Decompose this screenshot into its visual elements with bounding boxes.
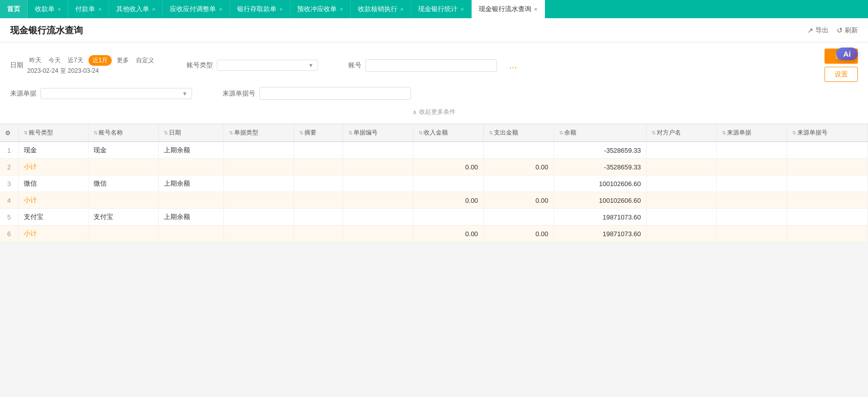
cell-income: 0.00 bbox=[413, 159, 483, 175]
cell-doc_type bbox=[223, 175, 294, 192]
cell-account_name bbox=[88, 226, 159, 242]
cell-income: 0.00 bbox=[413, 192, 483, 209]
cell-counterparty bbox=[646, 142, 716, 159]
page-title: 现金银行流水查询 bbox=[10, 24, 83, 36]
cell-account_name: 微信 bbox=[88, 175, 159, 192]
source-doc-no-label: 来源单据号 bbox=[222, 89, 255, 98]
cell-income bbox=[413, 175, 483, 192]
cell-doc_type bbox=[223, 226, 294, 242]
tab-close-icon[interactable]: × bbox=[461, 6, 464, 12]
cell-source_doc bbox=[716, 226, 787, 242]
nav-tab-其他收入单[interactable]: 其他收入单× bbox=[109, 0, 163, 18]
table-row: 6小计0.000.0019871073.60 bbox=[0, 226, 868, 242]
cell-counterparty bbox=[646, 226, 716, 242]
col-income[interactable]: ⇅收入金额 bbox=[413, 124, 483, 142]
ai-badge[interactable]: Ai bbox=[836, 48, 858, 60]
sort-icon-counterparty: ⇅ bbox=[652, 130, 656, 136]
date-shortcut-自定义[interactable]: 自定义 bbox=[134, 55, 156, 66]
cell-account_type: 现金 bbox=[18, 142, 88, 159]
cell-summary bbox=[294, 159, 343, 175]
col-source_doc_no[interactable]: ⇅来源单据号 bbox=[787, 124, 867, 142]
cell-summary bbox=[294, 226, 343, 242]
date-label: 日期 bbox=[10, 61, 23, 70]
cell-date: 上期余额 bbox=[159, 175, 223, 192]
cell-doc_no bbox=[343, 226, 413, 242]
col-summary[interactable]: ⇅摘要 bbox=[294, 124, 343, 142]
date-shortcut-近1月[interactable]: 近1月 bbox=[88, 55, 112, 66]
cell-balance: 100102606.60 bbox=[554, 175, 646, 192]
sort-icon-balance: ⇅ bbox=[559, 130, 563, 136]
col-doc_type[interactable]: ⇅单据类型 bbox=[223, 124, 294, 142]
cell-account_name: 支付宝 bbox=[88, 209, 159, 226]
source-doc-select[interactable]: ▼ bbox=[40, 88, 192, 99]
tab-close-icon[interactable]: × bbox=[152, 6, 155, 12]
cell-summary bbox=[294, 142, 343, 159]
nav-tab-付款单[interactable]: 付款单× bbox=[68, 0, 109, 18]
date-range-text: 2023-02-24 至 2023-03-24 bbox=[27, 67, 156, 75]
col-source_doc[interactable]: ⇅来源单据 bbox=[716, 124, 787, 142]
account-input[interactable] bbox=[366, 59, 497, 72]
setting-button[interactable]: 设置 bbox=[825, 67, 858, 82]
refresh-icon: ↺ bbox=[837, 26, 843, 34]
account-filter-group: 账号 bbox=[348, 59, 497, 72]
date-shortcut-今天[interactable]: 今天 bbox=[47, 55, 63, 66]
col-account_type[interactable]: ⇅账号类型 bbox=[18, 124, 88, 142]
nav-tab-银行存取款单[interactable]: 银行存取款单× bbox=[230, 0, 290, 18]
col-doc_no[interactable]: ⇅单据编号 bbox=[343, 124, 413, 142]
cell-account_name bbox=[88, 192, 159, 209]
cell-source_doc_no bbox=[787, 159, 867, 175]
col-counterparty[interactable]: ⇅对方户名 bbox=[646, 124, 716, 142]
tab-close-icon[interactable]: × bbox=[219, 6, 222, 12]
date-shortcut-近7天[interactable]: 近7天 bbox=[66, 55, 85, 66]
date-shortcut-昨天[interactable]: 昨天 bbox=[27, 55, 43, 66]
chevron-down-icon: ▼ bbox=[308, 62, 313, 68]
cell-date bbox=[159, 159, 223, 175]
nav-tab-现金银行流水查询[interactable]: 现金银行流水查询× bbox=[472, 0, 545, 18]
col-account_name[interactable]: ⇅账号名称 bbox=[88, 124, 159, 142]
nav-tab-现金银行统计[interactable]: 现金银行统计× bbox=[411, 0, 471, 18]
tab-close-icon[interactable]: × bbox=[280, 6, 283, 12]
sort-icon-source_doc_no: ⇅ bbox=[792, 130, 796, 136]
tab-close-icon[interactable]: × bbox=[400, 6, 403, 12]
filter-row-2: 来源单据 ▼ 来源单据号 bbox=[10, 87, 858, 100]
cell-source_doc_no bbox=[787, 175, 867, 192]
cell-summary bbox=[294, 192, 343, 209]
date-filter-group: 日期 昨天今天近7天近1月更多自定义 2023-02-24 至 2023-03-… bbox=[10, 55, 156, 75]
export-button[interactable]: ↗ 导出 bbox=[807, 26, 829, 35]
tab-close-icon[interactable]: × bbox=[98, 6, 101, 12]
cell-account_type: 支付宝 bbox=[18, 209, 88, 226]
sort-icon-summary: ⇅ bbox=[299, 130, 303, 136]
col-gear[interactable]: ⚙ bbox=[0, 124, 18, 142]
nav-tab-应收应付调整单[interactable]: 应收应付调整单× bbox=[163, 0, 230, 18]
row-number: 5 bbox=[0, 209, 18, 226]
cell-account_name bbox=[88, 159, 159, 175]
more-options-button[interactable]: ... bbox=[507, 60, 519, 71]
row-number: 2 bbox=[0, 159, 18, 175]
col-balance[interactable]: ⇅余额 bbox=[554, 124, 646, 142]
row-number: 3 bbox=[0, 175, 18, 192]
table-row: 1现金现金上期余额-3528659.33 bbox=[0, 142, 868, 159]
account-type-label: 账号类型 bbox=[187, 61, 213, 70]
nav-tab-预收冲应收单[interactable]: 预收冲应收单× bbox=[290, 0, 350, 18]
sort-icon-account_type: ⇅ bbox=[24, 130, 28, 136]
date-shortcut-更多[interactable]: 更多 bbox=[115, 55, 131, 66]
tab-close-icon[interactable]: × bbox=[534, 6, 537, 12]
sort-icon-source_doc: ⇅ bbox=[722, 130, 726, 136]
cell-counterparty bbox=[646, 175, 716, 192]
table-row: 2小计0.000.00-3528659.33 bbox=[0, 159, 868, 175]
cell-doc_type bbox=[223, 209, 294, 226]
source-doc-no-input[interactable] bbox=[259, 87, 411, 100]
cell-doc_type bbox=[223, 142, 294, 159]
tab-close-icon[interactable]: × bbox=[58, 6, 61, 12]
cell-doc_no bbox=[343, 192, 413, 209]
col-date[interactable]: ⇅日期 bbox=[159, 124, 223, 142]
collapse-bar[interactable]: ∧ 收起更多条件 bbox=[10, 105, 858, 117]
nav-tab-收款单[interactable]: 收款单× bbox=[28, 0, 68, 18]
refresh-button[interactable]: ↺ 刷新 bbox=[837, 26, 858, 35]
nav-tab-收款核销执行[interactable]: 收款核销执行× bbox=[351, 0, 411, 18]
tab-close-icon[interactable]: × bbox=[340, 6, 343, 12]
col-expense[interactable]: ⇅支出金额 bbox=[483, 124, 554, 142]
account-type-select[interactable]: ▼ bbox=[217, 60, 318, 71]
nav-home[interactable]: 首页 bbox=[0, 0, 28, 18]
cell-doc_type bbox=[223, 192, 294, 209]
